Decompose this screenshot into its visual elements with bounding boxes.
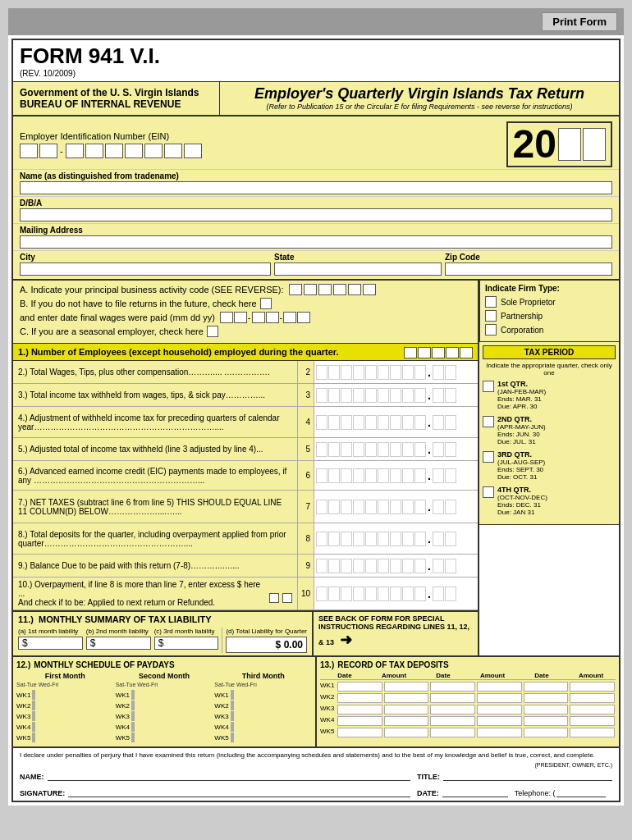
- d7-4[interactable]: [353, 500, 364, 514]
- d9-8[interactable]: [402, 559, 414, 573]
- d2-1[interactable]: [316, 365, 327, 380]
- d3-4[interactable]: [353, 388, 364, 403]
- state-input[interactable]: [274, 262, 442, 276]
- d8-6[interactable]: [378, 532, 389, 546]
- line1-box-1[interactable]: [404, 347, 417, 358]
- d4-9[interactable]: [414, 415, 426, 430]
- d8-8[interactable]: [402, 532, 414, 546]
- d2-4[interactable]: [353, 365, 364, 380]
- d3-2[interactable]: [328, 388, 340, 403]
- rwk2-amt3[interactable]: [570, 693, 615, 703]
- d3-5[interactable]: [365, 388, 377, 403]
- d9-3[interactable]: [341, 559, 352, 573]
- d5-2[interactable]: [328, 442, 340, 457]
- d8-1[interactable]: [316, 532, 327, 546]
- d9-6[interactable]: [378, 559, 389, 573]
- d2-11[interactable]: [445, 365, 456, 380]
- date-yy-1[interactable]: [283, 312, 296, 323]
- d4-6[interactable]: [378, 415, 389, 430]
- rwk3-amt3[interactable]: [570, 705, 615, 714]
- first-wk3-wed[interactable]: [34, 711, 35, 721]
- d6-11[interactable]: [445, 468, 456, 483]
- d5-3[interactable]: [341, 442, 352, 457]
- date-dd-1[interactable]: [252, 312, 265, 323]
- d10-5[interactable]: [365, 587, 377, 601]
- rwk5-amt3[interactable]: [570, 728, 615, 737]
- d4-3[interactable]: [341, 415, 352, 430]
- d9-11[interactable]: [445, 559, 456, 573]
- ein-box-8[interactable]: [164, 144, 182, 158]
- third-wk2-wed[interactable]: [232, 701, 234, 710]
- d6-8[interactable]: [402, 468, 414, 483]
- rwk4-date2[interactable]: [430, 716, 475, 726]
- d8-7[interactable]: [390, 532, 401, 546]
- section-a-box-1[interactable]: [289, 284, 302, 295]
- d10-10[interactable]: [433, 587, 444, 601]
- ein-box-7[interactable]: [144, 144, 163, 158]
- signature-field[interactable]: [68, 784, 410, 797]
- d9-9[interactable]: [414, 559, 426, 573]
- ein-box-9[interactable]: [184, 144, 202, 158]
- d3-11[interactable]: [445, 388, 456, 403]
- d9-7[interactable]: [390, 559, 401, 573]
- d7-6[interactable]: [378, 500, 389, 514]
- d4-10[interactable]: [433, 415, 444, 430]
- d4-2[interactable]: [328, 415, 340, 430]
- qtr-1-checkbox[interactable]: [483, 381, 494, 392]
- d4-5[interactable]: [365, 415, 377, 430]
- d6-2[interactable]: [328, 468, 340, 483]
- rwk2-amt1[interactable]: [384, 693, 429, 703]
- d10-11[interactable]: [445, 587, 456, 601]
- ein-box-5[interactable]: [105, 144, 123, 158]
- refunded-checkbox[interactable]: [282, 593, 292, 603]
- d6-1[interactable]: [316, 468, 327, 483]
- second-wk3-wed[interactable]: [133, 711, 135, 721]
- second-wk2-wed[interactable]: [133, 701, 135, 710]
- name-field[interactable]: [48, 768, 411, 781]
- d6-4[interactable]: [353, 468, 364, 483]
- date-field[interactable]: [442, 784, 508, 797]
- d3-9[interactable]: [414, 388, 426, 403]
- second-wk1-wed[interactable]: [133, 690, 135, 700]
- first-wk5-wed[interactable]: [34, 733, 35, 742]
- qtr-3-checkbox[interactable]: [483, 451, 494, 463]
- d8-4[interactable]: [353, 532, 364, 546]
- qtr-2-checkbox[interactable]: [483, 416, 494, 427]
- ml-input-a[interactable]: $: [18, 637, 83, 650]
- d8-5[interactable]: [365, 532, 377, 546]
- dba-input[interactable]: [20, 208, 612, 221]
- d2-10[interactable]: [433, 365, 444, 380]
- first-wk4-wed[interactable]: [34, 722, 35, 732]
- d3-7[interactable]: [390, 388, 401, 403]
- city-input[interactable]: [20, 262, 271, 276]
- line1-box-2[interactable]: [418, 347, 431, 358]
- d5-8[interactable]: [402, 442, 414, 457]
- d9-1[interactable]: [316, 559, 327, 573]
- d6-7[interactable]: [390, 468, 401, 483]
- d9-4[interactable]: [353, 559, 364, 573]
- d6-9[interactable]: [414, 468, 426, 483]
- rwk4-amt3[interactable]: [570, 716, 615, 726]
- d6-3[interactable]: [341, 468, 352, 483]
- rwk2-date1[interactable]: [337, 693, 382, 703]
- d3-10[interactable]: [433, 388, 444, 403]
- d10-8[interactable]: [402, 587, 414, 601]
- d5-9[interactable]: [414, 442, 426, 457]
- rwk1-date2[interactable]: [430, 682, 475, 692]
- date-dd-2[interactable]: [266, 312, 279, 323]
- d2-7[interactable]: [390, 365, 401, 380]
- d7-8[interactable]: [402, 500, 414, 514]
- rwk3-date3[interactable]: [524, 705, 569, 714]
- d8-10[interactable]: [433, 532, 444, 546]
- d4-8[interactable]: [402, 415, 414, 430]
- d5-1[interactable]: [316, 442, 327, 457]
- section-a-box-2[interactable]: [304, 284, 317, 295]
- first-wk2-wed[interactable]: [34, 701, 35, 710]
- section-a-box-3[interactable]: [318, 284, 332, 295]
- d5-4[interactable]: [353, 442, 364, 457]
- d7-11[interactable]: [445, 500, 456, 514]
- telephone-field[interactable]: [556, 784, 606, 797]
- rwk5-amt2[interactable]: [477, 728, 522, 737]
- year-box-2[interactable]: [583, 128, 606, 161]
- second-wk4-wed[interactable]: [133, 722, 135, 732]
